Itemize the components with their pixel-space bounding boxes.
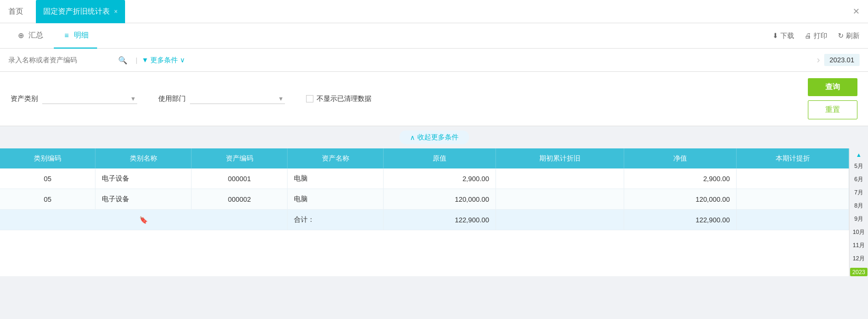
cell-current-depreciation: [737, 168, 849, 189]
cell-asset-code: 000001: [192, 168, 288, 189]
cell-current-depreciation: [737, 189, 849, 210]
col-header-code: 类别编码: [0, 148, 96, 168]
right-sidebar: ▲ 5月 6月 7月 8月 9月 10月 11月 12月 2023: [849, 148, 868, 276]
col-header-current-depreciation: 本期计提折: [737, 148, 849, 168]
summary-label: 合计：: [288, 210, 384, 230]
sidebar-month-10[interactable]: 10月: [850, 226, 868, 238]
col-header-asset-name: 资产名称: [288, 148, 384, 168]
summary-original-value: 122,900.00: [384, 210, 496, 230]
detail-icon: ≡: [62, 31, 71, 40]
hide-cleared-checkbox[interactable]: [306, 95, 313, 102]
cell-category: 电子设备: [96, 168, 192, 189]
tab-label: 固定资产折旧统计表: [43, 7, 110, 16]
sub-tabs-left: ⊕ 汇总 ≡ 明细: [8, 23, 97, 49]
filter-divider: |: [136, 56, 137, 64]
collapse-inner: ∧ 收起更多条件: [399, 130, 469, 144]
sidebar-month-7[interactable]: 7月: [850, 186, 868, 199]
hide-cleared-group: 不显示已清理数据: [306, 94, 371, 104]
window-close-icon[interactable]: ✕: [853, 6, 860, 16]
cell-net-value: 120,000.00: [624, 189, 737, 210]
active-tab[interactable]: 固定资产折旧统计表 ×: [36, 0, 125, 23]
col-header-accum-depreciation: 期初累计折旧: [496, 148, 624, 168]
sub-tabs: ⊕ 汇总 ≡ 明细 ⬇ 下载 🖨 打印 ↻ 刷新: [0, 23, 868, 49]
search-input[interactable]: [8, 56, 114, 64]
hide-cleared-label: 不显示已清理数据: [317, 94, 371, 104]
sidebar-month-6[interactable]: 6月: [850, 173, 868, 185]
table-header-row: 类别编码 类别名称 资产编码 资产名称 原值 期初累计折旧 净值 本期计提折: [0, 148, 849, 168]
query-button[interactable]: 查询: [808, 78, 857, 96]
table-container: 类别编码 类别名称 资产编码 资产名称 原值 期初累计折旧 净值 本期计提折 0…: [0, 148, 849, 276]
cell-original-value: 2,900.00: [384, 168, 496, 189]
top-nav: 首页 固定资产折旧统计表 × ✕: [0, 0, 868, 23]
scroll-up-icon[interactable]: ▲: [855, 151, 863, 159]
summary-net-value: 122,900.00: [624, 210, 737, 230]
summary-current-depreciation: [737, 210, 849, 230]
reset-button[interactable]: 重置: [808, 100, 857, 119]
cell-asset-name: 电脑: [288, 168, 384, 189]
download-button[interactable]: ⬇ 下载: [772, 31, 794, 41]
filter-row: 资产类别 ▾ 使用部门 ▾ 不显示已清理数据 查询 重置: [11, 78, 857, 119]
cell-original-value: 120,000.00: [384, 189, 496, 210]
cell-asset-name: 电脑: [288, 189, 384, 210]
cell-net-value: 2,900.00: [624, 168, 737, 189]
collapse-bar[interactable]: ∧ 收起更多条件: [0, 126, 868, 148]
cell-code: 05: [0, 189, 96, 210]
sidebar-month-9[interactable]: 9月: [850, 213, 868, 225]
summary-icon-cell: 🔖: [0, 210, 288, 230]
summary-accum-depreciation: [496, 210, 624, 230]
download-icon: ⬇: [772, 32, 778, 40]
col-header-net-value: 净值: [624, 148, 737, 168]
col-header-original-value: 原值: [384, 148, 496, 168]
more-conditions-label: 更多条件: [150, 55, 178, 65]
asset-type-select[interactable]: ▾: [42, 93, 137, 104]
refresh-button[interactable]: ↻ 刷新: [838, 31, 860, 41]
refresh-icon: ↻: [838, 32, 844, 40]
print-icon: 🖨: [805, 32, 812, 40]
department-group: 使用部门 ▾: [158, 93, 285, 104]
sidebar-month-5[interactable]: 5月: [850, 160, 868, 172]
collapse-label: 收起更多条件: [417, 133, 459, 142]
table-summary-row: 🔖 合计： 122,900.00 122,900.00: [0, 210, 849, 230]
cell-asset-code: 000002: [192, 189, 288, 210]
sidebar-month-11[interactable]: 11月: [850, 239, 868, 251]
asset-type-arrow: ▾: [131, 95, 135, 102]
data-table: 类别编码 类别名称 资产编码 资产名称 原值 期初累计折旧 净值 本期计提折 0…: [0, 148, 849, 230]
tab-summary-label: 汇总: [28, 31, 43, 40]
cell-accum-depreciation: [496, 168, 624, 189]
cell-accum-depreciation: [496, 189, 624, 210]
search-icon[interactable]: 🔍: [118, 56, 127, 64]
department-label: 使用部门: [158, 94, 186, 104]
asset-type-label: 资产类别: [11, 94, 38, 104]
collapse-up-icon: ∧: [410, 134, 415, 142]
cell-category: 电子设备: [96, 189, 192, 210]
table-row: 05 电子设备 000001 电脑 2,900.00 2,900.00: [0, 168, 849, 189]
cell-code: 05: [0, 168, 96, 189]
more-conditions-arrow: ∨: [180, 56, 185, 64]
nav-home[interactable]: 首页: [8, 7, 23, 16]
download-label: 下载: [780, 31, 794, 41]
filter-actions: 查询 重置: [808, 78, 857, 119]
tab-summary[interactable]: ⊕ 汇总: [8, 23, 52, 49]
tab-detail-label: 明细: [74, 31, 89, 40]
print-button[interactable]: 🖨 打印: [805, 31, 827, 41]
col-header-asset-code: 资产编码: [192, 148, 288, 168]
department-arrow: ▾: [279, 95, 283, 102]
department-select[interactable]: ▾: [190, 93, 285, 104]
filter-bar: 🔍 | ▼ 更多条件 ∨ › 2023.01: [0, 49, 868, 72]
panel-toggle-icon[interactable]: ›: [817, 54, 820, 65]
toolbar-right: ⬇ 下载 🖨 打印 ↻ 刷新: [772, 31, 860, 41]
year-badge: 2023: [850, 268, 867, 276]
table-row: 05 电子设备 000002 电脑 120,000.00 120,000.00: [0, 189, 849, 210]
tab-close-icon[interactable]: ×: [114, 8, 118, 15]
asset-type-group: 资产类别 ▾: [11, 93, 137, 104]
tab-detail[interactable]: ≡ 明细: [54, 23, 97, 49]
sidebar-month-8[interactable]: 8月: [850, 200, 868, 212]
summary-icon: ⊕: [17, 31, 25, 40]
main-area: 类别编码 类别名称 资产编码 资产名称 原值 期初累计折旧 净值 本期计提折 0…: [0, 148, 868, 276]
more-conditions-button[interactable]: ▼ 更多条件 ∨: [141, 55, 185, 65]
col-header-category: 类别名称: [96, 148, 192, 168]
advanced-filters: 资产类别 ▾ 使用部门 ▾ 不显示已清理数据 查询 重置: [0, 72, 868, 126]
date-indicator: 2023.01: [824, 54, 860, 66]
refresh-label: 刷新: [846, 31, 860, 41]
sidebar-month-12[interactable]: 12月: [850, 252, 868, 265]
